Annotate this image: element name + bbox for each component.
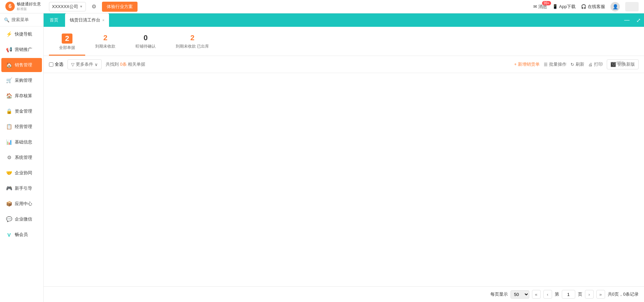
page-content: 2 全部单据 2 到期未收款 0 旺铺待确认 2 到期未收款 已出库 — [44, 27, 644, 302]
sidebar-label-app-center: 应用中心 — [15, 201, 32, 207]
tab-current-label: 钱货日清工作台 — [70, 17, 100, 23]
per-page-select[interactable]: 50 10 20 100 — [511, 290, 529, 299]
guide-icon: 🎮 — [6, 185, 12, 191]
tab-home-label: 首页 — [50, 17, 58, 23]
sidebar-label-guide: 新手引导 — [15, 185, 32, 191]
tab-home[interactable]: 首页 — [44, 13, 64, 27]
sidebar-label-operations: 经营管理 — [15, 124, 32, 130]
stat-num-overdue: 2 — [103, 34, 107, 42]
search-icon: 🔍 — [4, 17, 9, 22]
sidebar-label-quick-nav: 快捷导航 — [15, 31, 32, 37]
sidebar-item-wechat[interactable]: 💬 企业微信 — [1, 212, 42, 226]
sidebar-item-sales[interactable]: 🏠 销售管理 — [1, 58, 42, 72]
inventory-icon: 🏠 — [6, 93, 12, 99]
stat-tab-overdue[interactable]: 2 到期未收款 — [85, 31, 125, 56]
stat-num-wangpu: 0 — [144, 34, 148, 42]
sidebar-item-finance[interactable]: 🔒 资金管理 — [1, 104, 42, 118]
select-all-checkbox[interactable]: 全选 — [49, 61, 63, 67]
page-input[interactable] — [562, 290, 575, 299]
app-download-button[interactable]: 📱 App下载 — [552, 4, 576, 10]
download-icon: 📱 — [552, 4, 558, 9]
trial-button[interactable]: 体验行业方案 — [102, 2, 138, 12]
sidebar-label-sales: 销售管理 — [15, 62, 32, 68]
select-all-input[interactable] — [49, 62, 53, 67]
tab-minimize-button[interactable]: — — [621, 13, 633, 27]
tab-current[interactable]: 钱货日清工作台 × — [65, 13, 109, 27]
sidebar-item-inventory[interactable]: 🏠 库存核算 — [1, 89, 42, 103]
sidebar-label-cooperation: 企业协同 — [15, 170, 32, 176]
tab-expand-button[interactable]: ⤢ — [633, 13, 644, 27]
message-icon: ✉ — [533, 4, 537, 9]
batch-label: 批量操作 — [549, 61, 567, 67]
sidebar-item-operations[interactable]: 📋 经营管理 — [1, 120, 42, 134]
prev-page-icon: ‹ — [547, 292, 548, 297]
app-title: 畅捷通好生意 — [17, 2, 41, 6]
online-service-button[interactable]: 🎧 在线客服 — [581, 4, 605, 10]
add-sales-order-button[interactable]: + 新增销货单 — [514, 61, 540, 67]
logo-icon: 6 — [5, 2, 15, 11]
next-page-button[interactable]: › — [585, 290, 594, 299]
stat-tab-overdue-shipped[interactable]: 2 到期未收款 已出库 — [166, 31, 219, 56]
sidebar-label-purchase: 采购管理 — [15, 77, 32, 83]
sidebar-label-finance: 资金管理 — [15, 108, 32, 114]
print-button[interactable]: 🖨 打印 — [588, 61, 603, 67]
refresh-button[interactable]: ↻ 刷新 — [571, 61, 584, 67]
sidebar-label-basic-info: 基础信息 — [15, 139, 32, 145]
filter-button[interactable]: ▽ 更多条件 ∨ — [67, 59, 102, 69]
sidebar-search-label: 搜索菜单 — [11, 17, 29, 23]
app-center-icon: 📦 — [6, 201, 12, 207]
app-tag: 标准版 — [17, 7, 41, 11]
sidebar-item-system[interactable]: ⚙ 系统管理 — [1, 150, 42, 165]
company-selector[interactable]: XXXXXX公司 ▼ — [49, 2, 86, 11]
tab-close-icon[interactable]: × — [102, 18, 104, 22]
sidebar-item-purchase[interactable]: 🛒 采购管理 — [1, 73, 42, 87]
operations-icon: 📋 — [6, 124, 12, 130]
tab-bar-actions: — ⤢ — [621, 13, 644, 27]
last-page-icon: » — [599, 292, 602, 297]
first-page-icon: « — [535, 292, 537, 297]
stats-bar: 2 全部单据 2 到期未收款 0 旺铺待确认 2 到期未收款 已出库 — [44, 27, 644, 56]
avatar[interactable]: 👤 — [610, 2, 620, 11]
sidebar-item-guide[interactable]: 🎮 新手引导 — [1, 181, 42, 195]
batch-icon: ☰ — [544, 62, 548, 67]
sidebar-item-app-center[interactable]: 📦 应用中心 — [1, 197, 42, 211]
sidebar: 🔍 搜索菜单 ⚡ 快捷导航 📢 营销推广 🏠 销售管理 🛒 采购管理 🏠 库存核… — [0, 13, 44, 302]
refresh-label: 刷新 — [576, 61, 584, 67]
sidebar-item-basic-info[interactable]: 📊 基础信息 — [1, 135, 42, 149]
basic-info-icon: 📊 — [6, 139, 12, 145]
batch-operation-button[interactable]: ☰ 批量操作 — [544, 61, 567, 67]
tab-bar: 首页 钱货日清工作台 × — ⤢ — [44, 13, 644, 27]
sidebar-item-marketing[interactable]: 📢 营销推广 — [1, 43, 42, 57]
content-area: 首页 钱货日清工作台 × — ⤢ 2 全部单据 — [44, 13, 644, 302]
select-all-label: 全选 — [55, 61, 63, 67]
sidebar-label-inventory: 库存核算 — [15, 93, 32, 99]
sales-icon: 🏠 — [6, 62, 12, 68]
stat-tab-all[interactable]: 2 全部单据 — [49, 31, 85, 56]
filter-arrow-icon: ∨ — [95, 62, 98, 67]
sidebar-item-member[interactable]: V 畅会员 — [1, 228, 42, 242]
message-button[interactable]: ✉ 消息 99+ — [533, 4, 547, 10]
company-name: XXXXXX公司 — [52, 4, 78, 10]
purchase-icon: 🛒 — [6, 77, 12, 83]
prev-page-button[interactable]: ‹ — [543, 290, 552, 299]
stat-label-all: 全部单据 — [59, 45, 75, 51]
stat-tab-wangpu[interactable]: 0 旺铺待确认 — [125, 31, 166, 56]
sidebar-item-quick-nav[interactable]: ⚡ 快捷导航 — [1, 27, 42, 41]
avatar-icon: 👤 — [612, 4, 618, 9]
settings-button[interactable]: ⚙ — [89, 1, 99, 12]
filter-icon: ▽ — [71, 62, 74, 67]
logo-area: 6 畅捷通好生意 标准版 — [5, 2, 49, 11]
quick-nav-icon: ⚡ — [6, 31, 12, 37]
sidebar-label-system: 系统管理 — [15, 155, 32, 161]
last-page-button[interactable]: » — [596, 290, 605, 299]
marketing-icon: 📢 — [6, 47, 12, 53]
sidebar-item-cooperation[interactable]: 🤝 企业协同 — [1, 166, 42, 180]
cooperation-icon: 🤝 — [6, 170, 12, 176]
app-download-label: App下载 — [559, 4, 576, 10]
user-menu[interactable] — [625, 2, 639, 11]
stat-label-overdue: 到期未收款 — [95, 44, 115, 49]
sidebar-label-wechat: 企业微信 — [15, 216, 32, 222]
first-page-button[interactable]: « — [532, 290, 541, 299]
table-area — [44, 73, 644, 286]
sidebar-search[interactable]: 🔍 搜索菜单 — [0, 13, 43, 26]
